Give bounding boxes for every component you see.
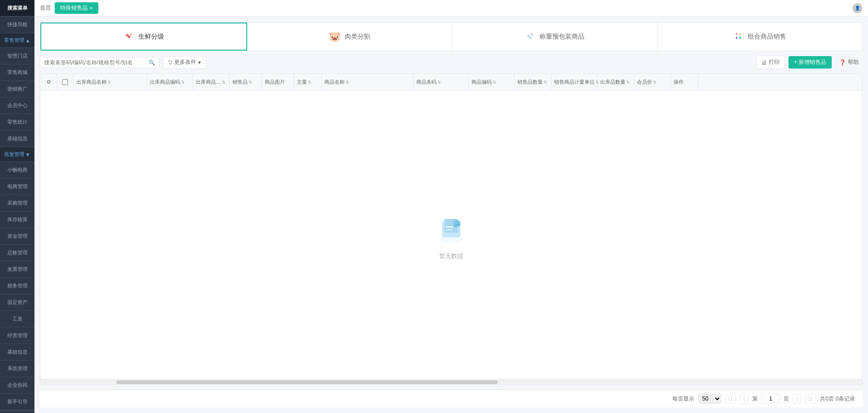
th-out-qty[interactable]: 出库品数量 ⇅	[597, 74, 634, 90]
sidebar-item-tax-mgmt[interactable]: 税务管理	[0, 278, 34, 294]
filter-label: 更多条件	[174, 58, 196, 66]
th-product-name-label: 商品名称	[324, 79, 345, 86]
sort-icon[interactable]: ⇅	[346, 80, 349, 85]
home-link[interactable]: 首页	[40, 4, 51, 12]
tab-combo[interactable]: 组合商品销售	[658, 23, 862, 51]
sort-icon[interactable]: ⇅	[493, 80, 496, 85]
next-page-button[interactable]: ⟩	[793, 394, 801, 403]
sidebar-item-mini-ecom[interactable]: 小畅电商	[0, 162, 34, 178]
sort-icon[interactable]: ⇅	[653, 80, 657, 85]
th-setting[interactable]: ⚙	[40, 74, 57, 90]
search-icon: 🔍	[148, 59, 155, 66]
sidebar-item-finance[interactable]: 资金管理	[0, 228, 34, 245]
th-check[interactable]	[57, 74, 74, 90]
active-tab[interactable]: 特殊销售品 ×	[55, 2, 98, 14]
sidebar-item-wholesale-mgmt[interactable]: 批发管理 ▼	[0, 147, 34, 162]
sidebar-item-purchase-mgmt[interactable]: 采购管理	[0, 195, 34, 212]
first-page-button[interactable]: ⟨⟨	[725, 394, 736, 403]
last-page-button[interactable]: ⟩⟩	[805, 394, 816, 403]
th-member-price[interactable]: 会员价 ⇅	[634, 74, 671, 90]
page-input[interactable]	[761, 394, 780, 403]
sidebar-item-newcomer[interactable]: 新手引导	[0, 394, 34, 410]
sidebar-item-enterprise[interactable]: 企业协同	[0, 377, 34, 394]
close-icon[interactable]: ×	[90, 5, 93, 11]
th-out-qty-label: 出库品数量	[600, 79, 625, 86]
th-sku[interactable]: 商品编码 ⇅	[469, 74, 515, 90]
sidebar-item-label: 采购管理	[7, 200, 28, 206]
th-out-name[interactable]: 出库商品名称 ⇅	[74, 74, 147, 90]
sidebar-item-label: 固定资产	[7, 299, 28, 306]
sidebar-logo[interactable]: 搜索菜单	[0, 0, 34, 17]
search-input[interactable]	[44, 59, 147, 66]
avatar[interactable]: 👤	[852, 3, 862, 13]
sidebar-item-marketing[interactable]: 营销推广	[0, 81, 34, 98]
th-sale-qty[interactable]: 销售品数量 ⇅	[515, 74, 551, 90]
print-button[interactable]: 🖨 打印	[756, 56, 785, 69]
toolbar-right: 🖨 打印 + 新增销售品 ❓ 帮助	[756, 56, 862, 69]
tab-label: 特殊销售品	[60, 4, 88, 12]
tab-weight-pack[interactable]: 称重预包装商品	[452, 23, 658, 51]
sidebar-item-retail-stats[interactable]: 零售统计	[0, 114, 34, 131]
sidebar-item-wages[interactable]: 工资	[0, 311, 34, 327]
sidebar-item-invoice-mgmt[interactable]: 发票管理	[0, 261, 34, 278]
sidebar-item-basic-info[interactable]: 基础信息	[0, 131, 34, 147]
tab-fresh-grade[interactable]: 生鲜分级	[40, 23, 247, 51]
sidebar-item-ecom-mgmt[interactable]: 电商管理	[0, 178, 34, 195]
table-container: ⚙ 出库商品名称 ⇅ 出库商品编码 ⇅ 出库商品… ⇅ 销售品	[40, 74, 862, 385]
sidebar-item-label: 智慧门店	[7, 52, 28, 59]
th-out-spec[interactable]: 出库商品… ⇅	[193, 74, 230, 90]
svg-point-12	[440, 237, 463, 242]
sidebar-item-fixed-assets[interactable]: 固定资产	[0, 294, 34, 311]
sidebar-item-smart-store[interactable]: 智慧门店	[0, 48, 34, 64]
sort-icon[interactable]: ⇅	[437, 80, 441, 85]
th-sale-unit-label: 销售商品计量单位	[554, 79, 595, 86]
per-page-select[interactable]: 50 10 20 100	[698, 394, 721, 404]
sort-icon[interactable]: ⇅	[222, 80, 226, 85]
sidebar-item-ops-mgmt[interactable]: 经营管理	[0, 327, 34, 344]
prev-page-button[interactable]: ⟨	[740, 394, 749, 403]
sidebar-item-basic-info2[interactable]: 基础信息	[0, 344, 34, 361]
sort-icon[interactable]: ⇅	[108, 80, 111, 85]
scrollbar-thumb[interactable]	[116, 380, 498, 384]
svg-point-1	[130, 34, 132, 35]
sort-icon[interactable]: ⇅	[308, 80, 312, 85]
th-action-label: 操作	[674, 79, 684, 86]
sidebar-settings[interactable]: ⚙	[0, 410, 34, 413]
per-page-label: 每页显示	[672, 395, 694, 403]
sidebar-item-quick-nav[interactable]: 快捷导航	[0, 17, 34, 33]
content-area: 生鲜分级 🐷 肉类分割 称重预包装商品	[34, 17, 868, 413]
tab-meat-cut[interactable]: 🐷 肉类分割	[247, 23, 453, 51]
add-sale-item-button[interactable]: + 新增销售品	[789, 56, 832, 69]
sort-icon[interactable]: ⇅	[181, 80, 185, 85]
sidebar-item-sys-mgmt[interactable]: 系统管理	[0, 361, 34, 377]
th-member-price-label: 会员价	[637, 79, 652, 86]
help-button[interactable]: ❓ 帮助	[835, 56, 862, 69]
sidebar-item-inventory[interactable]: 库存核算	[0, 212, 34, 228]
tab-meat-cut-label: 肉类分割	[345, 33, 370, 41]
sidebar-item-retail-mgmt[interactable]: 零售管理 ▲	[0, 33, 34, 48]
filter-icon: ▽	[168, 59, 172, 66]
chevron-up-icon: ▲	[25, 38, 30, 43]
sidebar-item-retail-mall[interactable]: 零售商城	[0, 64, 34, 81]
sort-icon[interactable]: ⇅	[626, 80, 630, 85]
th-barcode[interactable]: 商品条码 ⇅	[414, 74, 469, 90]
sidebar-item-label: 会员中心	[7, 102, 28, 109]
th-sale-unit[interactable]: 销售商品计量单位 ⇅	[551, 74, 597, 90]
sort-icon[interactable]: ⇅	[544, 80, 547, 85]
sort-icon[interactable]: ⇅	[249, 80, 252, 85]
select-all-checkbox[interactable]	[62, 79, 68, 85]
th-product-name[interactable]: 商品名称 ⇅	[322, 74, 414, 90]
svg-point-9	[739, 33, 741, 35]
th-out-code[interactable]: 出库商品编码 ⇅	[147, 74, 193, 90]
sidebar-item-general-ledger[interactable]: 总账管理	[0, 245, 34, 261]
scale-icon	[525, 30, 536, 43]
filter-button[interactable]: ▽ 更多条件 ▾	[163, 56, 206, 69]
sidebar-item-label: 总账管理	[7, 249, 28, 256]
table-header: ⚙ 出库商品名称 ⇅ 出库商品编码 ⇅ 出库商品… ⇅ 销售品	[40, 74, 862, 91]
sidebar-item-member-center[interactable]: 会员中心	[0, 98, 34, 114]
horizontal-scrollbar[interactable]	[40, 379, 862, 384]
th-sale-item[interactable]: 销售品 ⇅	[230, 74, 262, 90]
sidebar-item-label: 经营管理	[7, 332, 28, 339]
tab-weight-pack-label: 称重预包装商品	[539, 33, 584, 41]
th-main[interactable]: 主量 ⇅	[294, 74, 322, 90]
